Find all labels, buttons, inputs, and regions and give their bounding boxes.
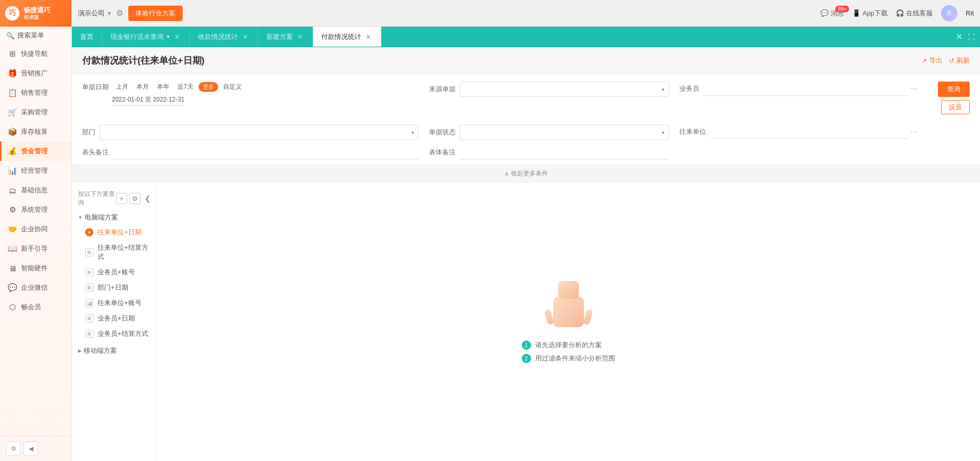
sidebar-item-sales[interactable]: 📋 销售管理 <box>0 83 71 103</box>
user-name[interactable]: Rit <box>966 9 974 17</box>
sidebar-collapse-btn[interactable]: ◀ <box>24 442 38 456</box>
sales-icon: 📋 <box>8 88 17 97</box>
date-this-year-btn[interactable]: 本年 <box>154 82 172 92</box>
tabbar-close-all-icon[interactable]: ✕ <box>956 32 963 42</box>
scheme-item-salesperson-date-label: 业务员+日期 <box>97 314 135 323</box>
date-custom-btn[interactable]: 自定义 <box>220 82 245 92</box>
salesperson-dots-icon[interactable]: ··· <box>909 84 919 93</box>
scheme-item-partner-date[interactable]: ● 往来单位+日期 <box>72 225 156 240</box>
sidebar-item-basic-info[interactable]: 🗂 基础信息 <box>0 181 71 200</box>
sidebar-item-inventory[interactable]: 📦 库存核算 <box>0 122 71 142</box>
sidebar-item-tutorial[interactable]: 📖 新手引导 <box>0 239 71 258</box>
header-note-input[interactable] <box>113 145 419 159</box>
sidebar-item-purchase-label: 采购管理 <box>21 108 48 117</box>
source-doc-select[interactable]: ▾ <box>460 82 669 97</box>
sidebar-item-collab[interactable]: 🤝 企业协同 <box>0 219 71 239</box>
date-more-btn[interactable]: 更多 <box>199 82 218 92</box>
body-note-input[interactable] <box>460 145 669 159</box>
topbar-chevron-icon[interactable]: ▾ <box>108 10 111 17</box>
scheme-collapse-btn[interactable]: ❮ <box>143 194 151 203</box>
robot-head <box>558 281 579 299</box>
scheme-toolbar: + ⚙ ❮ <box>116 193 151 204</box>
scheme-desktop-expand-icon: ▼ <box>78 215 83 220</box>
sidebar-settings-btn[interactable]: ⚙ <box>6 442 21 456</box>
quick-nav-icon: ⊞ <box>8 49 17 58</box>
tab-new-scheme[interactable]: 新建方案 ✕ <box>258 27 313 47</box>
scheme-item-grid-icon-2: ⊞ <box>85 268 93 276</box>
vip-icon: ⬡ <box>8 303 17 312</box>
scheme-item-salesperson-account[interactable]: ⊞ 业务员+账号 <box>72 265 156 280</box>
sidebar-item-purchase[interactable]: 🛒 采购管理 <box>0 103 71 122</box>
scheme-desktop-label: 电脑端方案 <box>85 213 118 222</box>
app-logo: 巧 <box>5 6 19 21</box>
date-this-month-btn[interactable]: 本月 <box>133 82 152 92</box>
avatar-initial: R <box>947 10 952 17</box>
tab-bank-flow-close-icon[interactable]: ✕ <box>173 33 181 41</box>
scheme-gear-btn[interactable]: ⚙ <box>129 193 141 204</box>
online-service-label: 在线客服 <box>906 9 933 18</box>
partner-input[interactable] <box>710 125 909 139</box>
sidebar-item-sys-admin[interactable]: ⚙ 系统管理 <box>0 200 71 219</box>
export-button[interactable]: ↗ 导出 <box>922 56 943 65</box>
scheme-item-grid-icon-1: ⊞ <box>85 248 93 256</box>
scheme-item-dept-date[interactable]: ⊞ 部门+日期 <box>72 280 156 295</box>
robot-arm-right <box>583 308 593 325</box>
collapse-text: ∧ 收起更多条件 <box>504 169 548 178</box>
source-doc-arrow-icon: ▾ <box>662 87 664 92</box>
tab-receivable-stats[interactable]: 收款情况统计 ✕ <box>190 27 258 47</box>
sidebar-item-finance[interactable]: 💰 资金管理 <box>0 142 71 161</box>
query-button[interactable]: 查询 <box>938 82 970 97</box>
scheme-add-btn[interactable]: + <box>116 193 127 204</box>
empty-hint-2: 2 用过滤条件来缩小分析范围 <box>522 354 615 363</box>
body-note-label: 表体备注 <box>429 148 456 157</box>
tabbar-expand-icon[interactable]: ⛶ <box>968 33 975 41</box>
scheme-item-partner-account[interactable]: 📊 往来单位+账号 <box>72 295 156 311</box>
tab-bank-flow-label: 现金银行流水查询 <box>110 32 164 42</box>
sidebar-item-operations[interactable]: 📊 经营管理 <box>0 161 71 181</box>
dept-select[interactable]: ▾ <box>100 125 419 140</box>
salesperson-input[interactable] <box>703 82 909 96</box>
online-service-btn[interactable]: 🎧 在线客服 <box>896 9 933 18</box>
collapse-conditions-btn[interactable]: ∧ 收起更多条件 <box>72 165 980 182</box>
tab-receivable-stats-close-icon[interactable]: ✕ <box>241 33 249 41</box>
date-7days-btn[interactable]: 近7天 <box>174 82 197 92</box>
filter-row-2: 部门 ▾ 单据状态 ▾ <box>82 125 970 145</box>
sidebar-item-quick-nav[interactable]: ⊞ 快捷导航 <box>0 44 71 64</box>
sidebar: 巧 畅捷通巧 标准版 🔍 搜索菜单 ⊞ 快捷导航 🎁 营销推广 📋 销售管理 🛒… <box>0 0 72 461</box>
sidebar-item-tutorial-label: 新手引导 <box>21 244 48 253</box>
trial-scheme-button[interactable]: 体验行业方案 <box>128 6 183 21</box>
scheme-mobile-group-header[interactable]: ▶ 移动端方案 <box>72 344 156 358</box>
app-download-btn[interactable]: 📱 App下载 <box>852 9 888 18</box>
tab-bank-flow[interactable]: 现金银行流水查询 ▾ ✕ <box>102 27 190 47</box>
page-header: 付款情况统计(往来单位+日期) ↗ 导出 ↺ 刷新 <box>72 47 980 74</box>
scheme-item-salesperson-date[interactable]: ⊞ 业务员+日期 <box>72 311 156 326</box>
scheme-item-partner-settle[interactable]: ⊞ 往来单位+结算方式 <box>72 240 156 265</box>
hint-num-1: 1 <box>522 340 531 350</box>
tab-payment-stats[interactable]: 付款情况统计 ✕ <box>313 27 381 47</box>
partner-dots-icon[interactable]: ··· <box>909 127 919 136</box>
brand-name: 畅捷通巧 <box>24 6 50 14</box>
scheme-desktop-group: ▼ 电脑端方案 ● 往来单位+日期 ⊞ 往来单位+结算方式 ⊞ 业务员+账号 <box>72 210 156 342</box>
user-avatar[interactable]: R <box>941 5 957 22</box>
topbar-message-btn[interactable]: 💬 消息 99+ <box>820 9 844 18</box>
scheme-desktop-group-header[interactable]: ▼ 电脑端方案 <box>72 210 156 225</box>
sidebar-item-marketing[interactable]: 🎁 营销推广 <box>0 64 71 83</box>
sidebar-item-vip[interactable]: ⬡ 畅会员 <box>0 297 71 317</box>
finance-icon: 💰 <box>8 147 17 156</box>
scheme-item-partner-date-label: 往来单位+日期 <box>97 228 142 237</box>
tab-home[interactable]: 首页 <box>72 27 102 47</box>
sidebar-item-basic-info-label: 基础信息 <box>21 186 48 195</box>
scheme-item-salesperson-settle[interactable]: ⊞ 业务员+结算方式 <box>72 326 156 342</box>
search-menu-item[interactable]: 🔍 搜索菜单 <box>0 27 71 44</box>
date-last-month-btn[interactable]: 上月 <box>113 82 131 92</box>
tab-payment-stats-close-icon[interactable]: ✕ <box>364 33 373 41</box>
sidebar-item-wechat[interactable]: 💬 企业微信 <box>0 278 71 297</box>
sidebar-item-smart-hw[interactable]: 🖥 智能硬件 <box>0 258 71 278</box>
doc-status-select[interactable]: ▾ <box>460 125 669 140</box>
refresh-button[interactable]: ↺ 刷新 <box>949 56 970 65</box>
topbar-gear-icon[interactable]: ⚙ <box>116 8 123 18</box>
export-label: 导出 <box>929 56 943 65</box>
settings-button[interactable]: 设置 <box>941 100 970 114</box>
sidebar-item-operations-label: 经营管理 <box>21 166 48 175</box>
tab-new-scheme-close-icon[interactable]: ✕ <box>296 33 304 41</box>
